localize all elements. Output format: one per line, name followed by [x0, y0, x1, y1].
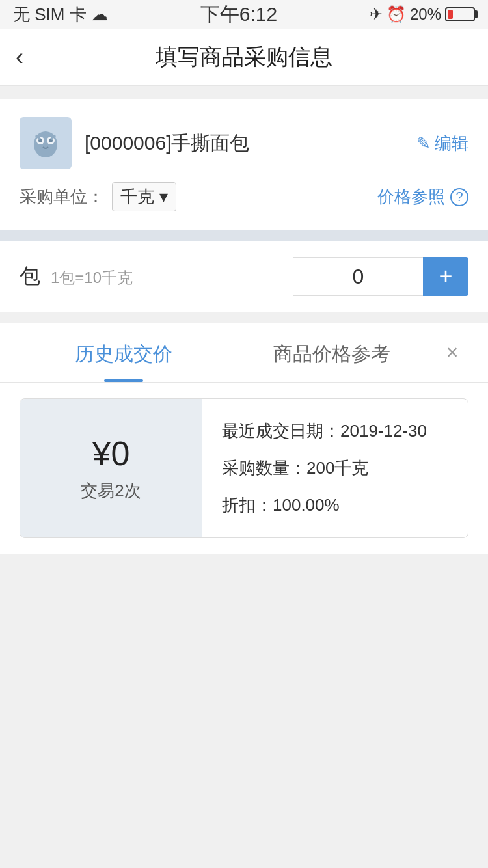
tab-history-price[interactable]: 历史成交价: [20, 323, 228, 382]
product-name: [0000006]手撕面包: [85, 130, 249, 157]
qty-unit-info: 1包=10千克: [51, 267, 133, 288]
history-card-left: ¥0 交易2次: [20, 399, 202, 537]
page-title: 填写商品采购信息: [156, 42, 332, 72]
status-bar: 无 SIM 卡 ☁ 下午6:12 ✈ ⏰ 20%: [0, 0, 488, 29]
battery-percent: 20%: [410, 5, 441, 23]
product-top-row: [0000006]手撕面包 ✎ 编辑: [20, 117, 468, 169]
quantity-value: 0: [353, 265, 364, 289]
history-card-right: 最近成交日期：2019-12-30 采购数量：200千克 折扣：100.00%: [202, 399, 468, 537]
history-recent-date-row: 最近成交日期：2019-12-30: [222, 418, 448, 444]
history-trade-count: 交易2次: [81, 480, 141, 502]
history-card: ¥0 交易2次 最近成交日期：2019-12-30 采购数量：200千克 折扣：…: [20, 398, 468, 538]
unit-label: 采购单位：: [20, 185, 104, 208]
status-left: 无 SIM 卡 ☁: [13, 3, 108, 26]
back-button[interactable]: ‹: [16, 44, 23, 71]
product-unit-row: 采购单位： 千克 ▾ 价格参照 ?: [20, 182, 468, 211]
close-icon: ×: [446, 340, 459, 364]
status-time: 下午6:12: [200, 1, 277, 28]
alarm-icon: ⏰: [386, 5, 406, 23]
recent-date-value: 2019-12-30: [340, 421, 427, 441]
sim-indicator: 无 SIM 卡 ☁: [13, 3, 108, 26]
edit-label: 编辑: [435, 132, 468, 155]
purchase-qty-value: 200千克: [306, 458, 368, 478]
purchase-qty-label: 采购数量：: [222, 458, 306, 478]
price-ref-label: 价格参照: [377, 185, 445, 208]
quantity-controls: 0 +: [293, 257, 468, 296]
tab-history-price-label: 历史成交价: [75, 343, 172, 364]
tabs-bar: 历史成交价 商品价格参考 ×: [0, 323, 488, 383]
quantity-row: 包 1包=10千克 0 +: [0, 241, 488, 312]
quantity-input[interactable]: 0: [293, 257, 423, 296]
status-right: ✈ ⏰ 20%: [370, 5, 475, 23]
discount-label: 折扣：: [222, 495, 273, 515]
unit-value: 千克: [120, 185, 154, 208]
product-logo: [20, 117, 72, 169]
product-left: [0000006]手撕面包: [20, 117, 249, 169]
page-header: ‹ 填写商品采购信息: [0, 29, 488, 86]
location-icon: ✈: [370, 5, 383, 23]
price-ref-button[interactable]: 价格参照 ?: [377, 185, 468, 208]
plus-icon: +: [439, 263, 452, 290]
tab-product-price-ref-label: 商品价格参考: [273, 343, 390, 364]
history-purchase-qty-row: 采购数量：200千克: [222, 455, 448, 481]
recent-date-label: 最近成交日期：: [222, 421, 340, 441]
unit-select[interactable]: 千克 ▾: [112, 182, 176, 211]
edit-icon: ✎: [416, 133, 431, 154]
history-price: ¥0: [92, 434, 130, 473]
battery-icon: [445, 7, 475, 21]
unit-dropdown-icon: ▾: [159, 187, 168, 207]
product-card: [0000006]手撕面包 ✎ 编辑 采购单位： 千克 ▾ 价格参照 ?: [0, 99, 488, 230]
history-content: ¥0 交易2次 最近成交日期：2019-12-30 采购数量：200千克 折扣：…: [0, 383, 488, 554]
quantity-plus-button[interactable]: +: [423, 257, 468, 296]
quantity-left: 包 1包=10千克: [20, 262, 133, 291]
tab-product-price-ref[interactable]: 商品价格参考: [228, 323, 436, 382]
main-background: [0, 554, 488, 868]
product-logo-icon: [26, 124, 65, 163]
qty-unit-label: 包: [20, 262, 40, 291]
history-discount-row: 折扣：100.00%: [222, 493, 448, 518]
section-divider: [0, 230, 488, 241]
edit-button[interactable]: ✎ 编辑: [416, 132, 468, 155]
price-ref-help-icon: ?: [450, 188, 468, 206]
tab-close-button[interactable]: ×: [436, 336, 468, 369]
svg-point-0: [34, 131, 57, 157]
discount-value: 100.00%: [273, 495, 340, 515]
